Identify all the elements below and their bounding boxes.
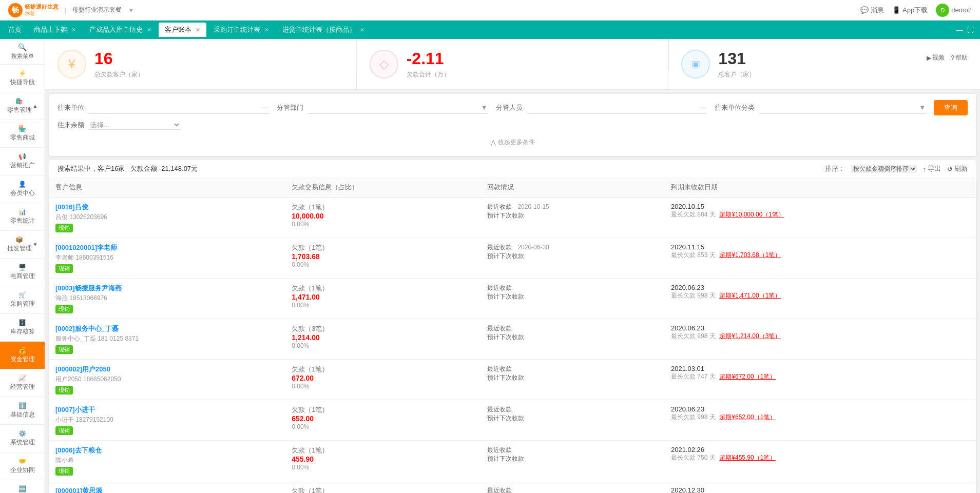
sidebar-item-retail-mall[interactable]: 🏪 零售商城 xyxy=(0,120,45,148)
tab-maximize-icon[interactable]: ⛶ xyxy=(967,26,974,34)
person-input[interactable] xyxy=(527,102,700,113)
cell-customer-7: [000001]黄思源 黄思源 13552700226 现销 xyxy=(49,481,285,494)
debt-count-1: 欠款（1笔） xyxy=(292,243,475,252)
logo-icon: 畅 xyxy=(8,3,23,17)
sidebar-item-inventory[interactable]: 🗄️ 库存核算 xyxy=(0,314,45,342)
balance-select[interactable]: 选择... xyxy=(88,121,181,129)
sidebar-item-ecommerce[interactable]: 🖥️ 电商管理 xyxy=(0,259,45,286)
col-customer-info: 客户信息 xyxy=(49,178,285,198)
incoming-unit-input[interactable] xyxy=(88,102,261,113)
customer-name-5[interactable]: [0007]小进干 xyxy=(55,405,279,415)
debt-amount-5[interactable]: 652.00 xyxy=(292,415,475,423)
debt-pct-0: 0.00% xyxy=(292,221,309,228)
user-avatar-area[interactable]: D demo2 xyxy=(936,4,972,17)
debt-customers-value: 16 xyxy=(94,49,144,68)
debt-pct-5: 0.00% xyxy=(292,423,309,430)
close-purchase-history-tab[interactable]: ✕ xyxy=(147,27,151,33)
close-purchase-order-tab[interactable]: ✕ xyxy=(264,27,269,33)
overdue-link-4[interactable]: 超期¥672.00（1笔） xyxy=(719,373,776,380)
debt-amount-3[interactable]: 1,214.00 xyxy=(292,333,475,342)
col-payment: 回款情况 xyxy=(481,178,665,198)
person-label: 分管人员 xyxy=(496,103,523,112)
sidebar-item-retail-mgmt[interactable]: 🛍️ 零售管理 ▲ xyxy=(0,92,45,120)
close-goods-tab[interactable]: ✕ xyxy=(71,27,76,33)
debt-count-5: 欠款（1笔） xyxy=(292,405,475,415)
cell-due-4: 2021.03.01 最长欠款 747 天 超期¥672.00（1笔） xyxy=(665,360,976,400)
sidebar-item-operations[interactable]: 📈 经营管理 xyxy=(0,369,45,397)
overdue-link-2[interactable]: 超期¥1,471.00（1笔） xyxy=(719,292,781,299)
sidebar-item-search[interactable]: 🔍 搜索菜单 xyxy=(0,39,45,65)
cell-debt-3: 欠款（3笔） 1,214.00 0.00% xyxy=(285,319,481,360)
tab-customer-account[interactable]: 客户账本 ✕ xyxy=(159,23,206,37)
due-date-6: 2021.02.26 xyxy=(671,446,970,453)
sidebar-item-purchase-mgmt[interactable]: 🛒 采购管理 xyxy=(0,286,45,314)
collapse-more-btn[interactable]: ⋀ 收起更多条件 xyxy=(57,135,968,150)
due-date-2: 2020.06.23 xyxy=(671,284,970,291)
cell-debt-5: 欠款（1笔） 652.00 0.00% xyxy=(285,400,481,441)
sidebar-item-enterprise-collab[interactable]: 🤝 企业协同 xyxy=(0,452,45,480)
close-inventory-stat-tab[interactable]: ✕ xyxy=(360,27,364,33)
export-btn[interactable]: ↑ 导出 xyxy=(923,164,941,173)
cell-customer-0: [0016]吕俊 吕俊 13026203696 现销 xyxy=(49,198,285,238)
recent-info-7: 最近收款 xyxy=(487,486,659,493)
customer-name-1[interactable]: [0001020001]李老师 xyxy=(55,243,279,252)
next-payment-5: 预计下次收款 xyxy=(487,414,659,423)
customer-name-7[interactable]: [000001]黄思源 xyxy=(55,486,279,493)
overdue-link-6[interactable]: 超期¥455.90（1笔） xyxy=(719,454,776,461)
sidebar-item-batch-mgmt[interactable]: 📦 批发管理 ▼ xyxy=(0,231,45,259)
sidebar-item-quick-nav[interactable]: ⚡ 快捷导航 xyxy=(0,65,45,92)
tab-home[interactable]: 首页 xyxy=(2,25,28,34)
overdue-link-1[interactable]: 超期¥1,703.68（1笔） xyxy=(719,251,781,259)
overdue-link-0[interactable]: 超期¥10,000.00（1笔） xyxy=(719,211,784,218)
debt-amount-2[interactable]: 1,471.00 xyxy=(292,293,475,301)
tab-goods[interactable]: 商品上下架 ✕ xyxy=(28,23,82,37)
debt-amount-0[interactable]: 10,000.00 xyxy=(292,212,475,220)
debt-amount-6[interactable]: 455.90 xyxy=(292,455,475,463)
due-date-0: 2020.10.15 xyxy=(671,203,970,210)
sidebar-item-basic-info[interactable]: ℹ️ 基础信息 xyxy=(0,397,45,425)
unit-category-dropdown-icon[interactable]: ▼ xyxy=(919,104,926,111)
summary-card-debt-customers: ¥ 16 总欠款客户（家） xyxy=(45,39,357,89)
tab-minimize-icon[interactable]: — xyxy=(956,26,963,34)
sidebar-item-new-guide[interactable]: 🆕 新手引导 xyxy=(0,480,45,493)
close-customer-account-tab[interactable]: ✕ xyxy=(196,27,200,33)
message-btn[interactable]: 💬 消息 xyxy=(860,6,884,15)
filter-row-1: 往来单位 ··· 分管部门 ▼ 分管人员 xyxy=(57,100,968,115)
app-download-btn[interactable]: 📱 App下载 xyxy=(892,6,928,15)
sidebar-item-marketing[interactable]: 📢 营销推广 xyxy=(0,148,45,175)
department-dropdown-icon[interactable]: ▼ xyxy=(481,104,488,111)
customer-name-6[interactable]: [0006]去下粮仓 xyxy=(55,446,279,455)
overdue-link-3[interactable]: 超期¥1,214.00（3笔） xyxy=(719,332,781,340)
tab-inventory-stat[interactable]: 进货单统计表（按商品） ✕ xyxy=(276,23,371,37)
sidebar-item-retail-stat[interactable]: 📊 零售统计 xyxy=(0,203,45,231)
department-input[interactable] xyxy=(308,102,481,113)
debt-amount-4[interactable]: 672.00 xyxy=(292,374,475,382)
customer-name-3[interactable]: [0002]服务中心_丁磊 xyxy=(55,324,279,333)
cell-debt-4: 欠款（1笔） 672.00 0.00% xyxy=(285,360,481,400)
sidebar-item-capital[interactable]: 💰 资金管理 xyxy=(0,342,45,369)
max-overdue-2: 最长欠款 998 天 超期¥1,471.00（1笔） xyxy=(671,291,970,300)
table-row: [0016]吕俊 吕俊 13026203696 现销 欠款（1笔） 10,000… xyxy=(49,198,976,238)
query-button[interactable]: 查询 xyxy=(934,100,968,115)
tab-purchase-history[interactable]: 产成品入库单历史 ✕ xyxy=(83,23,158,37)
sidebar-item-system[interactable]: ⚙️ 系统管理 xyxy=(0,425,45,452)
tab-purchase-order[interactable]: 采购订单统计表 ✕ xyxy=(207,23,275,37)
customer-sub-5: 小进干 18279152100 xyxy=(55,416,279,424)
refresh-btn[interactable]: ↺ 刷新 xyxy=(947,164,968,173)
customer-name-4[interactable]: [000002]用户2050 xyxy=(55,365,279,374)
debt-amount-1[interactable]: 1,703.68 xyxy=(292,252,475,261)
customer-name-0[interactable]: [0016]吕俊 xyxy=(55,203,279,212)
unit-category-input[interactable] xyxy=(759,102,919,113)
video-btn[interactable]: ▶ 视频 xyxy=(927,53,945,62)
due-date-7: 2020.12.30 xyxy=(671,486,970,493)
max-overdue-4: 最长欠款 747 天 超期¥672.00（1笔） xyxy=(671,372,970,381)
incoming-unit-dots[interactable]: ··· xyxy=(261,103,268,112)
person-dots[interactable]: ··· xyxy=(700,103,706,112)
cell-due-0: 2020.10.15 最长欠款 884 天 超期¥10,000.00（1笔） xyxy=(665,198,976,238)
sidebar-item-member[interactable]: 👤 会员中心 xyxy=(0,175,45,203)
help-btn[interactable]: ? 帮助 xyxy=(951,53,968,62)
cell-payment-0: 最近收款 2020-10-15 预计下次收款 xyxy=(481,198,665,238)
customer-name-2[interactable]: [0003]畅捷服务尹海燕 xyxy=(55,284,279,293)
sort-select[interactable]: 按欠款金额倒序排序 xyxy=(851,165,917,173)
overdue-link-5[interactable]: 超期¥652.00（1笔） xyxy=(719,413,776,421)
